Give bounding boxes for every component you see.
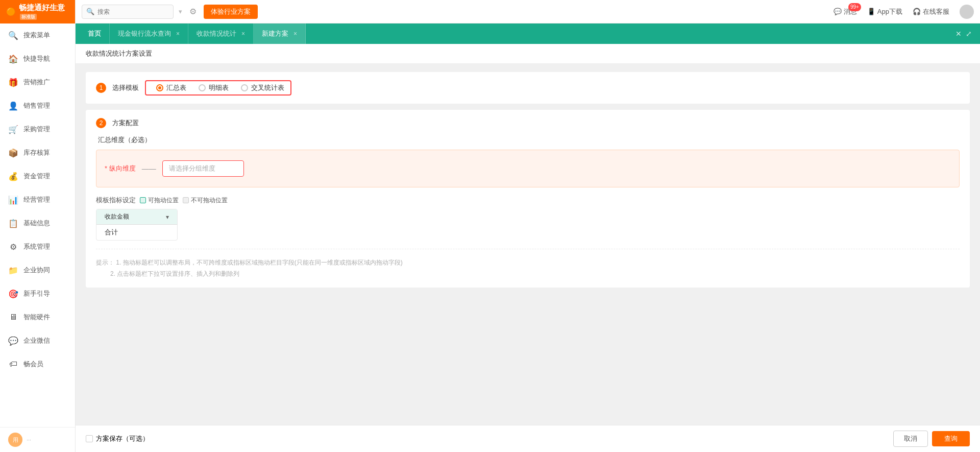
radio-detail[interactable]: 明细表 — [199, 83, 229, 92]
indicator-table-header[interactable]: 收款金额 ▾ — [96, 209, 177, 225]
download-item[interactable]: 📱 App下载 — [867, 7, 902, 16]
query-button[interactable]: 查询 — [932, 431, 970, 446]
tab-new-plan-close[interactable]: × — [293, 30, 297, 37]
tab-receipt-stats[interactable]: 收款情况统计 × — [188, 23, 254, 44]
tab-new-plan-label: 新建方案 — [262, 29, 288, 38]
sidebar-item-finance[interactable]: 💰 资金管理 — [0, 164, 75, 188]
radio-cross-label: 交叉统计表 — [251, 83, 284, 92]
clipboard-icon: 📋 — [8, 219, 18, 228]
sidebar-item-member[interactable]: 🏷 畅会员 — [0, 352, 75, 376]
tab-receipt-stats-close[interactable]: × — [241, 30, 245, 37]
sidebar-item-marketing[interactable]: 🎁 营销推广 — [0, 70, 75, 94]
radio-summary[interactable]: 汇总表 — [156, 83, 186, 92]
sidebar-item-enterprise-collab[interactable]: 📁 企业协同 — [0, 258, 75, 282]
home-icon: 🏠 — [8, 54, 18, 64]
search-menu-icon: 🔍 — [8, 31, 18, 40]
sidebar-item-label: 经营管理 — [23, 195, 50, 204]
monitor-icon: 🖥 — [8, 313, 18, 322]
search-wrapper[interactable]: 🔍 — [82, 5, 174, 19]
download-label: App下载 — [877, 7, 902, 16]
save-row: 方案保存（可选） — [86, 434, 149, 443]
support-label: 在线客服 — [923, 7, 949, 16]
indicator-label-row: 模板指标设定 可拖动位置 不可拖动位置 — [96, 196, 960, 205]
sidebar-item-label: 库存核算 — [23, 148, 50, 157]
search-input[interactable] — [97, 8, 169, 15]
cart-icon: 🛒 — [8, 125, 18, 134]
sidebar-item-system[interactable]: ⚙ 系统管理 — [0, 235, 75, 258]
box-icon: 📦 — [8, 148, 18, 158]
sidebar-item-label: 企业微信 — [23, 336, 50, 345]
cancel-button[interactable]: 取消 — [893, 431, 928, 447]
step2-header: 2 方案配置 — [96, 118, 960, 128]
chevron-down-icon[interactable]: ▾ — [179, 8, 182, 15]
tag-icon: 🏷 — [8, 360, 18, 369]
close-window-icon[interactable]: ✕ — [955, 30, 962, 38]
sidebar-item-inventory[interactable]: 📦 库存核算 — [0, 141, 75, 164]
indicator-table-row: 合计 — [96, 225, 177, 240]
tab-bank-flow-close[interactable]: × — [176, 30, 180, 37]
sidebar-item-label: 快捷导航 — [23, 54, 50, 63]
page-body: 1 选择模板 汇总表 明细表 — [76, 64, 980, 425]
dimension-area: * 纵向维度 —— 请选择分组维度 — [96, 150, 960, 187]
radio-detail-label: 明细表 — [209, 83, 229, 92]
indicator-section: 模板指标设定 可拖动位置 不可拖动位置 收款金额 ▾ — [96, 196, 960, 241]
logo-icon: 🟠 — [6, 7, 16, 16]
search-icon: 🔍 — [86, 8, 94, 15]
settings-icon[interactable]: ⚙ — [189, 7, 197, 16]
sidebar-item-label: 资金管理 — [23, 172, 50, 181]
radio-detail-circle — [199, 84, 206, 91]
topbar: 🔍 ▾ ⚙ 体验行业方案 💬 消息 99+ 📱 App下载 🎧 在线客服 — [76, 0, 980, 23]
main-area: 🔍 ▾ ⚙ 体验行业方案 💬 消息 99+ 📱 App下载 🎧 在线客服 — [76, 0, 980, 452]
save-checkbox-box[interactable] — [86, 435, 93, 442]
chart-icon: 📊 — [8, 195, 18, 205]
sidebar-item-label: 采购管理 — [23, 125, 50, 134]
locked-badge: 不可拖动位置 — [183, 196, 228, 205]
step1-label: 选择模板 — [112, 83, 139, 92]
sidebar-item-label: 新手引导 — [23, 289, 50, 298]
sidebar-item-label: 营销推广 — [23, 78, 50, 87]
step1-badge: 1 — [96, 83, 106, 93]
support-item[interactable]: 🎧 在线客服 — [913, 7, 949, 16]
radio-summary-label: 汇总表 — [166, 83, 186, 92]
step1-row: 1 选择模板 汇总表 明细表 — [96, 80, 960, 96]
sidebar-item-search-menu[interactable]: 🔍 搜索菜单 — [0, 23, 75, 47]
dropdown-arrow-icon[interactable]: ▾ — [166, 213, 169, 221]
save-checkbox[interactable]: 方案保存（可选） — [86, 434, 149, 443]
tab-home[interactable]: 首页 — [80, 23, 110, 44]
movable-label: 可拖动位置 — [148, 196, 179, 205]
sidebar-item-sales[interactable]: 👤 销售管理 — [0, 94, 75, 117]
sidebar-item-operations[interactable]: 📊 经营管理 — [0, 188, 75, 211]
guide-icon: 🎯 — [8, 289, 18, 299]
indicator-title: 模板指标设定 — [96, 196, 136, 205]
step2-label: 方案配置 — [112, 118, 139, 128]
folder-icon: 📁 — [8, 266, 18, 275]
industry-button[interactable]: 体验行业方案 — [204, 5, 258, 19]
sidebar-item-basics[interactable]: 📋 基础信息 — [0, 211, 75, 235]
person-icon: 👤 — [8, 101, 18, 111]
sidebar-item-enterprise-wechat[interactable]: 💬 企业微信 — [0, 329, 75, 352]
logo-badge: 标准版 — [20, 14, 37, 20]
sidebar-item-label: 智能硬件 — [23, 313, 50, 322]
maximize-icon[interactable]: ⤢ — [966, 30, 972, 38]
tab-new-plan[interactable]: 新建方案 × — [254, 23, 306, 44]
tab-bank-flow[interactable]: 现金银行流水查询 × — [110, 23, 188, 44]
page-header: 收款情况统计方案设置 — [76, 44, 980, 64]
support-icon: 🎧 — [913, 8, 921, 15]
sidebar-item-guide[interactable]: 🎯 新手引导 — [0, 282, 75, 305]
sidebar-item-quick-nav[interactable]: 🏠 快捷导航 — [0, 47, 75, 70]
sidebar-item-smart-hardware[interactable]: 🖥 智能硬件 — [0, 305, 75, 329]
dimension-selector[interactable]: 请选择分组维度 — [162, 160, 244, 177]
gift-icon: 🎁 — [8, 78, 18, 87]
sidebar-item-label: 基础信息 — [23, 219, 50, 228]
user-avatar[interactable] — [960, 5, 974, 19]
sidebar-item-label: 企业协同 — [23, 266, 50, 275]
notification-icon: 💬 — [834, 8, 842, 15]
movable-dot — [140, 197, 146, 203]
notification-item[interactable]: 💬 消息 99+ — [834, 7, 857, 16]
tips-area: 提示： 1. 拖动标题栏可以调整布局，不可跨维度或指标区域拖动栏目字段(只能在同… — [96, 249, 960, 279]
sidebar-item-purchase[interactable]: 🛒 采购管理 — [0, 117, 75, 141]
content-area: 收款情况统计方案设置 1 选择模板 汇总表 — [76, 44, 980, 452]
section-plan-config: 2 方案配置 汇总维度（必选） * 纵向维度 —— 请选择分组维度 — [86, 110, 970, 288]
radio-cross[interactable]: 交叉统计表 — [241, 83, 284, 92]
sidebar-item-label: 搜索菜单 — [23, 31, 50, 40]
